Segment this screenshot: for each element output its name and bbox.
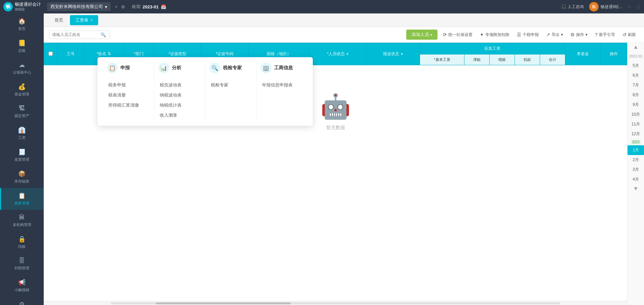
app-sub: 旗舰版	[15, 7, 41, 12]
period-month-8[interactable]: 8月	[628, 90, 644, 100]
tab-bar: 首页 工资表 ×	[44, 13, 644, 27]
social-security-btn[interactable]: ⟳ 统一社保设置	[440, 31, 475, 39]
tab-salary-table[interactable]: 工资表 ×	[70, 15, 98, 25]
sidebar-item-funds[interactable]: 💰 资金管理	[0, 79, 44, 101]
logo-area: 畅 畅捷通好会计 旗舰版	[3, 2, 47, 12]
search-icon[interactable]: 🔍	[101, 32, 106, 37]
settings-gear-icon: ⚙	[19, 301, 25, 305]
calendar-icon[interactable]: 📅	[161, 4, 166, 9]
period-month-2[interactable]: 2月	[628, 155, 644, 165]
sidebar-item-settings[interactable]: ⚙ 基础设置	[0, 297, 44, 305]
period-month-9[interactable]: 9月	[628, 100, 644, 110]
company-selector[interactable]: 西安虾米网络科技有限公司 ▾	[47, 2, 111, 11]
sidebar-item-archive[interactable]: 🗄 归档管理	[0, 253, 44, 275]
period-down-btn[interactable]: ▼	[632, 184, 640, 193]
menu-annual-report[interactable]: 年报信息申报表	[261, 80, 303, 90]
menu-tax-payment[interactable]: 纳税波动表	[158, 90, 201, 100]
refresh-btn[interactable]: ↺ 刷新	[620, 31, 639, 39]
add-company-btn[interactable]: ＋	[114, 4, 118, 10]
sidebar-item-salary[interactable]: 👔 工资	[0, 122, 44, 144]
support-btn[interactable]: 🎧 人工咨询	[561, 4, 584, 10]
xiaochang-icon: 📢	[18, 279, 26, 286]
period-month-7[interactable]: 7月	[628, 80, 644, 90]
th-pension: 养老金	[565, 43, 600, 65]
special-deduct-btn[interactable]: ✦ 专项附加扣除	[477, 31, 512, 39]
refresh-label: 刷新	[628, 32, 636, 38]
social-security-icon: ⟳	[443, 32, 447, 37]
period-month-1[interactable]: 1月	[628, 145, 644, 155]
period-sidebar: ▲ 2023.01 5月 6月 7月 8月 9月 10月 11月 12月 202…	[627, 43, 644, 305]
period-year-label-top: 2023.01	[629, 51, 643, 61]
export-btn[interactable]: ↗ 导出 ▾	[543, 31, 566, 39]
headset-icon: 🎧	[561, 4, 566, 9]
menu-tax-table-register[interactable]: 税表清册	[107, 90, 150, 100]
empty-text: 暂无数据	[326, 125, 345, 131]
app-name: 畅捷通好会计	[15, 2, 41, 7]
period-month-4[interactable]: 4月	[628, 175, 644, 184]
sidebar-item-invoice[interactable]: 🧾 发票管理	[0, 144, 44, 166]
sidebar-item-tax[interactable]: 📋 税务管理	[0, 188, 44, 210]
period-month-6[interactable]: 6月	[628, 71, 644, 80]
operation-icon: ⚙	[570, 32, 575, 37]
period-label: 账期	[132, 4, 141, 10]
assets-icon: 🏗	[19, 105, 25, 112]
sidebar-item-assets[interactable]: 🏗 固定资产	[0, 101, 44, 122]
active-indicator	[0, 188, 1, 210]
user-area[interactable]: 畅 畅捷通8组...	[589, 2, 622, 11]
sidebar-item-xiaochang[interactable]: 📢 小畅报销	[0, 275, 44, 297]
sidebar-item-cloud-report[interactable]: ☁ 云报表中心	[0, 57, 44, 79]
archive-icon: 🗄	[19, 257, 25, 264]
bottom-scrollbar[interactable]	[44, 301, 627, 305]
salary-icon: 👔	[18, 126, 26, 134]
operation-btn[interactable]: ⚙ 操作 ▾	[568, 31, 590, 39]
scroll-thumb[interactable]	[156, 302, 291, 304]
maximize-window-btn[interactable]: ⊡	[637, 4, 641, 9]
sidebar-label-inventory: 库存核算	[14, 179, 29, 184]
export-arrow-icon: ▾	[561, 32, 563, 37]
tab-salary-label: 工资表	[75, 17, 88, 23]
sidebar-label-cloud: 云报表中心	[13, 70, 31, 75]
menu-tax-declaration[interactable]: 税务申报	[107, 80, 150, 90]
add-person-btn[interactable]: 添加人员 ▾	[406, 30, 438, 40]
tab-close-btn[interactable]: ×	[90, 18, 93, 23]
declaration-icon: 📋	[109, 65, 116, 71]
th-person-status: *人员状态 ▼	[310, 43, 367, 65]
search-input[interactable]	[52, 32, 99, 37]
dropdown-section-analysis: 📊 分析 税负波动表 纳税波动表 纳税统计表 收入测算	[154, 63, 205, 120]
period-month-11[interactable]: 11月	[628, 119, 644, 129]
select-all-checkbox[interactable]	[48, 51, 53, 56]
th-subsidy: 津贴	[464, 54, 489, 65]
tab-home[interactable]: 首页	[49, 15, 69, 25]
close-window-btn[interactable]: ×	[628, 3, 631, 10]
individual-tax-btn[interactable]: ☰ 个税申报	[514, 31, 541, 39]
menu-income-tax-settlement[interactable]: 所得税汇算清缴	[107, 100, 150, 110]
period-month-3[interactable]: 3月	[628, 165, 644, 175]
dropdown-section-business: 🏢 工商信息 年报信息申报表	[256, 63, 307, 120]
search-wrap: 🔍	[49, 31, 110, 39]
settings-icon[interactable]: ⚙	[121, 4, 125, 9]
sidebar-item-home[interactable]: 🏠 首页	[0, 13, 44, 35]
dropdown-taxexpert-header: 🔍 税检专家	[210, 63, 252, 76]
sidebar-item-multi-org[interactable]: 🏛 多机构管理	[0, 210, 44, 231]
th-employee-no: 工号	[58, 43, 84, 65]
content-area: 首页 工资表 × 🔍 添加人员 ▾ ⟳ 统一社保设置	[44, 13, 644, 305]
menu-tax-expert[interactable]: 税检专家	[210, 80, 252, 90]
export-label: 导出	[552, 32, 560, 38]
th-base-salary: *基本工资	[420, 54, 464, 65]
period-month-5[interactable]: 5月	[628, 61, 644, 71]
declaration-title: 申报	[120, 65, 130, 71]
period-up-btn[interactable]: ▲	[632, 43, 640, 51]
sidebar-item-ledger[interactable]: 📒 总账	[0, 35, 44, 57]
menu-tax-burden[interactable]: 税负波动表	[158, 80, 201, 90]
dropdown-declaration-header: 📋 申报	[107, 63, 150, 76]
period-month-10[interactable]: 10月	[628, 110, 644, 119]
period-month-12[interactable]: 12月	[628, 129, 644, 139]
sidebar-label-xiaochang: 小畅报销	[14, 288, 29, 293]
menu-tax-stats[interactable]: 纳税统计表	[158, 100, 201, 110]
refresh-icon: ↺	[622, 32, 627, 37]
sidebar-item-inventory[interactable]: 📦 库存核算	[0, 166, 44, 188]
sidebar-item-close-account[interactable]: 🔒 结账	[0, 231, 44, 253]
sidebar-label-assets: 固定资产	[14, 113, 29, 118]
guide-btn[interactable]: ? 新手引导	[592, 31, 618, 39]
menu-income-estimate[interactable]: 收入测算	[158, 110, 201, 120]
